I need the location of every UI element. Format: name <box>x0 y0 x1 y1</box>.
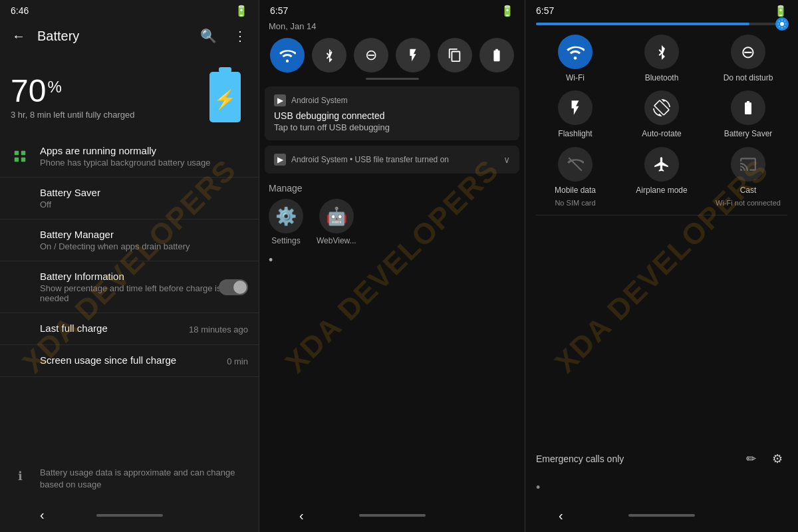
qs-tile-auto-rotate[interactable]: Auto-rotate <box>622 90 701 138</box>
edit-icon: ✏ <box>746 452 756 466</box>
svg-rect-6 <box>21 158 25 162</box>
notif-2-content: ▶ Android System • USB file transfer tur… <box>274 154 449 166</box>
edit-button[interactable]: ✏ <box>741 449 761 469</box>
settings-icon: ⚙ <box>772 452 783 466</box>
battery-saver-tile-icon <box>731 90 765 125</box>
battery-footer: ℹ Battery usage data is approximate and … <box>0 459 259 499</box>
svg-rect-5 <box>15 158 19 162</box>
nav-pill-2 <box>359 514 426 517</box>
settings-item-last-charge: Last full charge 18 minutes ago <box>0 313 259 345</box>
battery-hero: 70 % 3 hr, 8 min left until fully charge… <box>0 53 259 136</box>
notif-app-icon-2: ▶ <box>274 154 286 166</box>
nav-back-button-2[interactable]: ‹ <box>299 508 304 523</box>
settings-button[interactable]: ⚙ <box>767 449 787 469</box>
search-button[interactable]: 🔍 <box>195 23 221 49</box>
nav-bar-2: ‹ <box>259 499 525 532</box>
status-time-1: 6:46 <box>11 5 29 16</box>
cast-tile-sublabel: Wi-Fi not connected <box>716 199 781 207</box>
battery-information-title: Battery Information <box>40 271 248 282</box>
nav-back-button-3[interactable]: ‹ <box>559 508 563 523</box>
flashlight-tile-icon <box>558 90 593 125</box>
qs-tile-cast[interactable]: Cast Wi-Fi not connected <box>709 147 787 207</box>
battery-status-icon-2: 🔋 <box>501 5 514 17</box>
quick-tile-wifi[interactable] <box>270 38 305 72</box>
qs-bullet: • <box>536 481 540 494</box>
cast-tile-icon <box>731 147 765 182</box>
bullet-indicator: • <box>259 248 525 273</box>
date-label: Mon, Jan 14 <box>259 19 525 33</box>
quick-tile-bluetooth[interactable] <box>312 38 346 72</box>
qs-tile-battery-saver[interactable]: Battery Saver <box>709 90 787 138</box>
qs-tile-mobile-data[interactable]: Mobile data No SIM card <box>536 147 614 207</box>
panel-quick-settings: XDA Developers 6:57 🔋 <box>525 0 798 532</box>
brightness-slider[interactable] <box>536 23 787 25</box>
bluetooth-tile-label: Bluetooth <box>645 73 679 82</box>
tiles-separator <box>366 78 419 80</box>
settings-item-battery-saver[interactable]: Battery Saver Off <box>0 178 259 219</box>
battery-status-icon-3: 🔋 <box>774 5 787 17</box>
qs-tile-airplane[interactable]: Airplane mode <box>622 147 701 207</box>
svg-point-7 <box>285 60 288 63</box>
webview-app-icon: 🤖 <box>319 199 354 233</box>
quick-tile-battery-saver[interactable] <box>479 38 514 72</box>
status-time-2: 6:57 <box>270 5 288 16</box>
dnd-tile-icon: ⊖ <box>731 35 765 69</box>
notif-app-icon-1: ▶ <box>274 94 286 106</box>
dnd-tile-label: Do not disturb <box>724 73 773 82</box>
settings-item-apps-running[interactable]: Apps are running normally Phone has typi… <box>0 136 259 178</box>
notif-expand-icon[interactable]: ∨ <box>503 154 510 165</box>
quick-tile-auto-rotate[interactable] <box>438 38 472 72</box>
webview-app-name: WebView... <box>317 236 356 245</box>
back-button[interactable]: ← <box>5 23 32 49</box>
panel-battery-settings: XDA Developers 6:46 🔋 ← Battery 🔍 ⋮ 70 %… <box>0 0 259 532</box>
qs-tile-wifi[interactable]: Wi-Fi <box>536 35 614 82</box>
svg-rect-3 <box>15 151 19 155</box>
bluetooth-tile-icon <box>644 35 679 69</box>
qs-divider <box>536 215 787 215</box>
manage-apps: ⚙️ Settings 🤖 WebView... <box>269 199 515 245</box>
svg-point-8 <box>780 22 784 26</box>
qs-tile-flashlight[interactable]: Flashlight <box>536 90 614 138</box>
nav-pill-3 <box>628 514 695 517</box>
search-icon: 🔍 <box>200 28 217 44</box>
status-bar-3: 6:57 🔋 <box>525 0 798 19</box>
notif-title-1: USB debugging connected <box>274 110 510 121</box>
manage-app-settings[interactable]: ⚙️ Settings <box>269 199 303 245</box>
battery-svg: ⚡ <box>207 67 243 127</box>
settings-list: Apps are running normally Phone has typi… <box>0 136 259 459</box>
more-button[interactable]: ⋮ <box>227 23 253 49</box>
manage-app-webview[interactable]: 🤖 WebView... <box>317 199 356 245</box>
settings-item-battery-information[interactable]: Battery Information Show percentage and … <box>0 261 259 313</box>
battery-info: 70 % 3 hr, 8 min left until fully charge… <box>11 75 188 120</box>
quick-tile-dnd[interactable]: ⊖ <box>354 38 388 72</box>
airplane-tile-icon <box>644 147 679 182</box>
notif-app-name-2: Android System • USB file transfer turne… <box>291 155 449 164</box>
more-icon: ⋮ <box>233 28 247 44</box>
quick-tile-flashlight[interactable] <box>396 38 430 72</box>
page-title: Battery <box>37 29 190 44</box>
battery-saver-title: Battery Saver <box>40 187 248 198</box>
mobile-data-tile-sublabel: No SIM card <box>555 199 595 207</box>
notif-app-name-1: Android System <box>291 96 510 105</box>
emergency-icons: ✏ ⚙ <box>741 449 787 469</box>
back-icon: ← <box>12 29 25 44</box>
apps-running-icon <box>11 147 29 166</box>
battery-icon: ⚡ <box>201 64 248 130</box>
settings-item-battery-manager[interactable]: Battery Manager On / Detecting when apps… <box>0 219 259 261</box>
brightness-fill <box>536 23 749 25</box>
percent-sign: % <box>47 79 61 95</box>
manage-section: Manage ⚙️ Settings 🤖 WebView... <box>259 176 525 248</box>
nav-back-button[interactable]: ‹ <box>40 507 45 523</box>
battery-saver-subtitle: Off <box>40 200 248 209</box>
battery-information-toggle[interactable] <box>219 279 248 295</box>
wifi-tile-label: Wi-Fi <box>566 73 585 82</box>
wifi-tile-icon <box>558 35 593 69</box>
qs-tile-bluetooth[interactable]: Bluetooth <box>622 35 701 82</box>
notification-card-2[interactable]: ▶ Android System • USB file transfer tur… <box>265 146 519 174</box>
qs-tile-dnd[interactable]: ⊖ Do not disturb <box>709 35 787 82</box>
notification-card-1[interactable]: ▶ Android System USB debugging connected… <box>265 86 519 140</box>
battery-time-left: 3 hr, 8 min left until fully charged <box>11 110 188 120</box>
info-icon: ℹ <box>11 467 29 485</box>
toolbar-1: ← Battery 🔍 ⋮ <box>0 19 259 53</box>
brightness-knob[interactable] <box>775 17 789 31</box>
